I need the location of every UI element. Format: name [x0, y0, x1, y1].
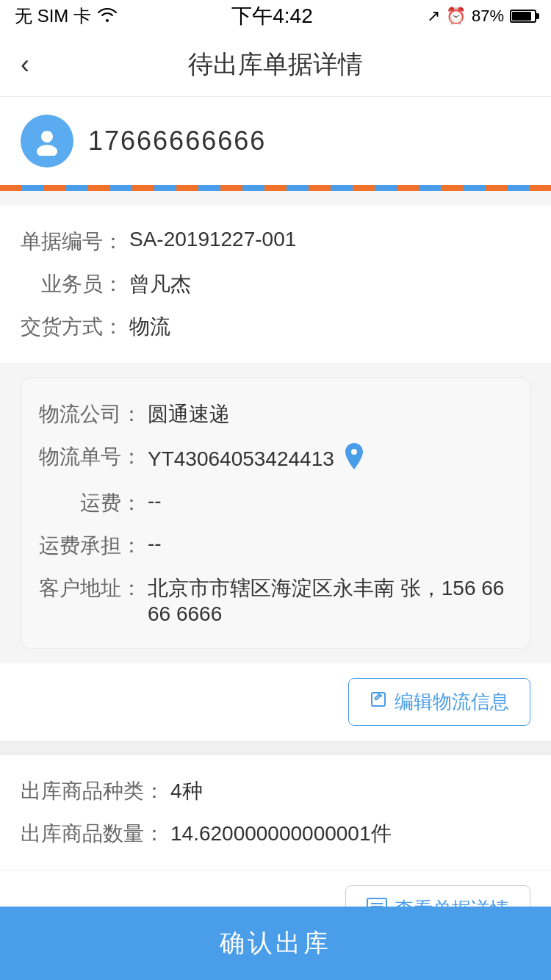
freight-row: 运费： --: [39, 489, 512, 517]
location-icon: ↗: [427, 7, 440, 26]
goods-types-row: 出库商品种类： 4种: [21, 777, 530, 805]
section-separator: [0, 741, 551, 755]
battery-icon: [510, 10, 536, 23]
edit-icon: [370, 691, 387, 713]
battery-text: 87%: [472, 7, 504, 26]
delivery-label: 交货方式：: [21, 313, 123, 341]
tracking-number-row: 物流单号： YT43064053424413: [39, 443, 512, 475]
delivery-value: 物流: [123, 313, 530, 341]
alarm-icon: ⏰: [446, 7, 466, 26]
edit-logistics-label: 编辑物流信息: [395, 689, 509, 715]
back-button[interactable]: ‹: [21, 49, 29, 80]
freight-bear-row: 运费承担： --: [39, 532, 512, 560]
delivery-row: 交货方式： 物流: [21, 313, 530, 341]
goods-section: 出库商品种类： 4种 出库商品数量： 14.620000000000001件: [0, 755, 551, 870]
document-label: 单据编号：: [21, 228, 123, 256]
map-pin-icon[interactable]: [343, 443, 365, 475]
freight-bear-value: --: [142, 532, 512, 555]
freight-value: --: [142, 489, 512, 513]
avatar: [21, 115, 73, 167]
tracking-label: 物流单号：: [39, 443, 142, 471]
address-label: 客户地址：: [39, 574, 142, 602]
address-value: 北京市市辖区海淀区永丰南 张，156 6666 6666: [142, 574, 512, 626]
salesperson-value: 曾凡杰: [123, 270, 530, 298]
freight-label: 运费：: [39, 489, 142, 517]
wifi-icon: [97, 6, 118, 26]
goods-types-value: 4种: [165, 777, 530, 805]
status-bar: 无 SIM 卡 下午4:42 ↗ ⏰ 87%: [0, 0, 551, 32]
customer-header: 17666666666: [0, 97, 551, 185]
time-display: 下午4:42: [231, 2, 313, 30]
document-number-row: 单据编号： SA-20191227-001: [21, 228, 530, 256]
goods-types-label: 出库商品种类：: [21, 777, 165, 805]
goods-quantity-label: 出库商品数量：: [21, 820, 165, 848]
dashed-divider: [0, 185, 551, 191]
edit-btn-row: 编辑物流信息: [0, 663, 551, 741]
document-value: SA-20191227-001: [123, 228, 530, 251]
basic-info-section: 单据编号： SA-20191227-001 业务员： 曾凡杰 交货方式： 物流: [0, 206, 551, 363]
confirm-bar[interactable]: 确认出库: [0, 907, 551, 980]
confirm-label: 确认出库: [220, 926, 331, 960]
salesperson-row: 业务员： 曾凡杰: [21, 270, 530, 298]
goods-quantity-value: 14.620000000000001件: [165, 820, 530, 848]
nav-bar: ‹ 待出库单据详情: [0, 32, 551, 97]
carrier-text: 无 SIM 卡: [15, 4, 91, 28]
address-row: 客户地址： 北京市市辖区海淀区永丰南 张，156 6666 6666: [39, 574, 512, 626]
status-right: ↗ ⏰ 87%: [427, 7, 536, 26]
logistics-company-value: 圆通速递: [142, 400, 512, 428]
status-left: 无 SIM 卡: [15, 4, 118, 28]
svg-point-1: [37, 145, 57, 156]
freight-bear-label: 运费承担：: [39, 532, 142, 560]
customer-phone: 17666666666: [88, 126, 266, 156]
logistics-card: 物流公司： 圆通速递 物流单号： YT43064053424413 运费： --…: [21, 378, 530, 649]
page-title: 待出库单据详情: [188, 48, 363, 82]
salesperson-label: 业务员：: [21, 270, 123, 298]
edit-logistics-button[interactable]: 编辑物流信息: [348, 678, 530, 726]
goods-quantity-row: 出库商品数量： 14.620000000000001件: [21, 820, 530, 848]
logistics-company-row: 物流公司： 圆通速递: [39, 400, 512, 428]
tracking-value: YT43064053424413: [142, 443, 512, 475]
logistics-company-label: 物流公司：: [39, 400, 142, 428]
svg-point-0: [41, 131, 53, 143]
